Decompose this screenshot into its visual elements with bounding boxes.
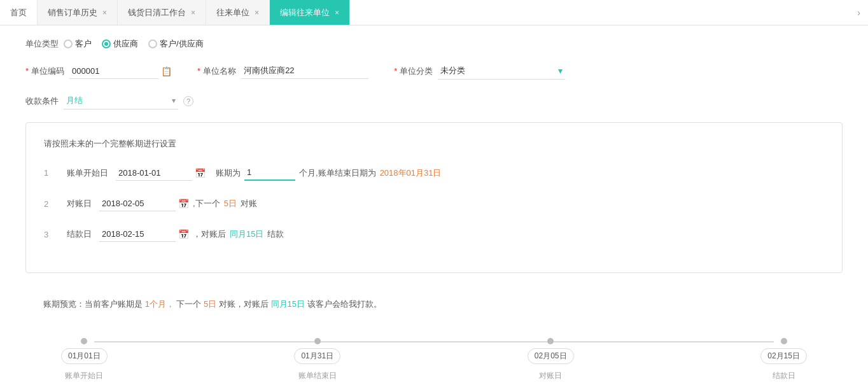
radio-both-circle xyxy=(148,39,157,48)
tab-counterparty[interactable]: 往来单位 × xyxy=(206,0,270,25)
unit-name-input[interactable] xyxy=(241,64,368,79)
tab-counterparty-close[interactable]: × xyxy=(255,8,259,17)
timeline-badge-1: 01月31日 xyxy=(294,348,340,364)
timeline-dot-3 xyxy=(781,338,787,344)
unit-type-item: 单位类型 客户 供应商 客户/供应商 xyxy=(25,38,204,50)
unit-category-item: * 单位分类 未分类 ▾ xyxy=(394,62,565,80)
row-2-desc-highlight: 5日 xyxy=(224,198,237,209)
settings-row-2: 2 对账日 📅 ,下一个 5日 对账 xyxy=(44,196,824,211)
preview-pay-day: 同月15日 xyxy=(271,299,305,309)
radio-customer[interactable]: 客户 xyxy=(64,38,92,50)
radio-supplier-circle xyxy=(102,39,111,48)
payment-terms-dropdown[interactable]: 月结 ▾ xyxy=(64,92,178,109)
radio-customer-circle xyxy=(64,39,73,48)
unit-type-row: 单位类型 客户 供应商 客户/供应商 xyxy=(25,38,843,50)
unit-category-dropdown[interactable]: 未分类 ▾ xyxy=(438,62,565,80)
timeline-label-1: 账单结束日 xyxy=(298,370,337,381)
row-3-num: 3 xyxy=(44,230,57,239)
row-1-period-input[interactable] xyxy=(244,165,295,181)
unit-code-item: * 单位编码 📋 xyxy=(25,64,172,79)
unit-name-star: * xyxy=(197,66,200,76)
row-3-desc-post: 结款 xyxy=(267,229,284,240)
radio-both-label: 客户/供应商 xyxy=(160,38,204,50)
row-2-desc-post: 对账 xyxy=(241,198,257,209)
timeline-node-2: 02月05日 对账日 xyxy=(528,328,574,381)
unit-category-label: 单位分类 xyxy=(400,66,433,77)
tab-counterparty-label: 往来单位 xyxy=(216,7,249,18)
payment-terms-arrow-icon: ▾ xyxy=(172,96,176,105)
tab-home-label: 首页 xyxy=(10,7,27,18)
tab-sales-history-close[interactable]: × xyxy=(102,8,107,17)
settings-row-1: 1 账单开始日 📅 账期为 个月,账单结束日期为 2018年01月31日 xyxy=(44,165,824,181)
row-3-calendar-icon[interactable]: 📅 xyxy=(178,229,189,239)
tab-edit-counterparty-label: 编辑往来单位 xyxy=(280,7,330,18)
row-1-period-suffix-pre: 个月,账单结束日期为 xyxy=(299,167,376,179)
radio-customer-label: 客户 xyxy=(75,38,92,50)
timeline-badge-3: 02月15日 xyxy=(760,348,807,364)
tab-bar: 首页 销售订单历史 × 钱货日清工作台 × 往来单位 × 编辑往来单位 × › xyxy=(0,0,868,25)
unit-code-input-wrap: 📋 xyxy=(69,64,172,79)
row-3-label: 结款日 xyxy=(67,229,92,240)
timeline-label-3: 结款日 xyxy=(773,370,795,381)
payment-terms-item: 收款条件 月结 ▾ ? xyxy=(25,92,193,109)
timeline-node-3: 02月15日 结款日 xyxy=(760,328,807,381)
unit-code-star: * xyxy=(25,66,29,76)
payment-terms-value: 月结 xyxy=(66,95,169,106)
row-2-desc-pre: ,下一个 xyxy=(193,198,220,209)
tab-cash-work-close[interactable]: × xyxy=(191,8,195,17)
unit-category-value: 未分类 xyxy=(440,65,556,76)
radio-supplier[interactable]: 供应商 xyxy=(102,38,138,50)
radio-supplier-label: 供应商 xyxy=(113,38,138,50)
tab-home[interactable]: 首页 xyxy=(0,0,38,25)
preview-section: 账期预览：当前客户账期是 1个月， 下一个 5日 对账，对账后 同月15日 该客… xyxy=(25,288,843,381)
payment-terms-row: 收款条件 月结 ▾ ? xyxy=(25,92,843,109)
tab-cash-work-label: 钱货日清工作台 xyxy=(128,7,186,18)
row-3-date-input[interactable] xyxy=(99,227,176,242)
tab-sales-history[interactable]: 销售订单历史 × xyxy=(38,0,118,25)
timeline-node-0: 01月01日 账单开始日 xyxy=(61,328,108,381)
timeline-dot-1 xyxy=(314,338,321,344)
timeline-nodes: 01月01日 账单开始日 01月31日 账单结束日 02月05日 对账日 02月… xyxy=(61,328,807,381)
tab-edit-counterparty[interactable]: 编辑往来单位 × xyxy=(270,0,350,25)
preview-reconcile-text: 对账，对账后 xyxy=(219,299,269,309)
main-content: 单位类型 客户 供应商 客户/供应商 * 单位编码 xyxy=(0,25,868,387)
unit-code-input[interactable] xyxy=(69,64,158,79)
row-3-desc-highlight: 同月15日 xyxy=(230,229,263,240)
row-1-calendar-icon[interactable]: 📅 xyxy=(195,168,206,178)
unit-info-row: * 单位编码 📋 * 单位名称 * 单位分类 未分类 ▾ xyxy=(25,62,843,80)
timeline-dot-2 xyxy=(547,338,554,344)
row-1-period-end-date: 2018年01月31日 xyxy=(380,167,442,179)
unit-type-label: 单位类型 xyxy=(25,38,59,50)
tab-cash-work[interactable]: 钱货日清工作台 × xyxy=(118,0,206,25)
row-2-date-input[interactable] xyxy=(99,196,176,211)
preview-reconcile-day: 5日 xyxy=(204,299,216,309)
payment-terms-label: 收款条件 xyxy=(25,95,59,107)
row-2-num: 2 xyxy=(44,199,57,209)
timeline-label-0: 账单开始日 xyxy=(65,370,103,381)
tab-edit-counterparty-close[interactable]: × xyxy=(335,8,339,17)
tab-overflow-button[interactable]: › xyxy=(850,8,868,18)
row-2-label: 对账日 xyxy=(67,198,92,209)
settings-row-3: 3 结款日 📅 ，对账后 同月15日 结款 xyxy=(44,227,824,242)
settings-box: 请按照未来的一个完整帐期进行设置 1 账单开始日 📅 账期为 个月,账单结束日期… xyxy=(25,122,843,273)
unit-code-label: 单位编码 xyxy=(31,66,64,77)
timeline-badge-2: 02月05日 xyxy=(528,348,574,364)
unit-code-copy-icon[interactable]: 📋 xyxy=(161,66,172,76)
preview-months: 1个月， xyxy=(145,299,174,309)
payment-terms-help-icon[interactable]: ? xyxy=(183,96,193,106)
row-2-calendar-icon[interactable]: 📅 xyxy=(178,199,189,209)
radio-both[interactable]: 客户/供应商 xyxy=(148,38,204,50)
preview-text: 账期预览：当前客户账期是 1个月， 下一个 5日 对账，对账后 同月15日 该客… xyxy=(43,299,825,310)
row-1-num: 1 xyxy=(44,168,57,178)
unit-name-item: * 单位名称 xyxy=(197,64,368,79)
timeline-label-2: 对账日 xyxy=(539,370,562,381)
tab-sales-history-label: 销售订单历史 xyxy=(48,7,97,18)
settings-title: 请按照未来的一个完整帐期进行设置 xyxy=(44,138,824,150)
timeline-badge-0: 01月01日 xyxy=(61,348,108,364)
unit-category-arrow-icon: ▾ xyxy=(558,66,563,76)
row-1-label: 账单开始日 xyxy=(67,167,108,179)
row-1-date-input[interactable] xyxy=(116,165,192,181)
unit-type-radio-group: 客户 供应商 客户/供应商 xyxy=(64,38,204,50)
timeline-dot-0 xyxy=(81,338,87,344)
preview-middle: 下一个 xyxy=(176,299,201,309)
